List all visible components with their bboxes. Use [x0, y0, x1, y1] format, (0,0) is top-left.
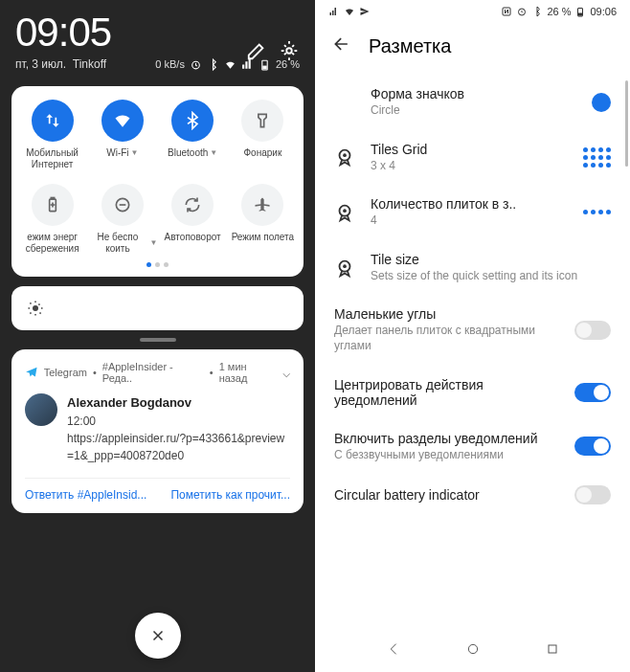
svg-point-15 [343, 209, 347, 213]
setting-small-corners[interactable]: Маленькие углы Делает панель плиток с кв… [315, 295, 630, 365]
wifi-icon [344, 6, 355, 17]
svg-rect-11 [579, 13, 582, 15]
navigation-bar [315, 630, 630, 672]
edit-icon[interactable] [246, 40, 267, 65]
status-clock: 09:06 [590, 6, 617, 17]
nav-home-button[interactable] [465, 641, 481, 661]
svg-point-17 [343, 264, 347, 268]
telegram-notification[interactable]: Telegram • #AppleInsider - Реда.. • 1 ми… [11, 349, 304, 513]
wifi-status-icon [224, 58, 236, 71]
carrier-label: Tinkoff [73, 57, 106, 71]
settings-screen: 26 % 09:06 Разметка Форма значков Circle… [315, 0, 630, 672]
qs-tile-bluetooth[interactable]: Bluetooth▼ [158, 100, 228, 170]
notification-msg-time: 12:00 [67, 413, 290, 430]
date-label: пт, 3 июл. [15, 57, 66, 71]
toggle[interactable] [574, 485, 611, 504]
badge-icon [334, 258, 355, 279]
data-rate: 0 kB/s [155, 58, 185, 70]
scrollbar[interactable] [625, 80, 628, 167]
signal-icon [328, 6, 340, 17]
brightness-card[interactable] [11, 286, 304, 330]
rotate-icon [183, 195, 202, 214]
gear-icon[interactable] [279, 40, 300, 65]
qs-tile-wifi[interactable]: Wi-Fi▼ [87, 100, 157, 170]
svg-point-7 [33, 305, 38, 311]
setting-tile-size[interactable]: Tile size Sets size of the quick setting… [315, 240, 630, 296]
grid-preview-icon [583, 147, 611, 168]
page-indicator [17, 262, 298, 267]
nfc-icon [501, 6, 512, 17]
qs-tile-flashlight[interactable]: Фонарик [228, 100, 298, 170]
alarm-icon [516, 6, 528, 17]
nav-recents-button[interactable] [545, 641, 560, 661]
airplane-icon [253, 195, 272, 214]
close-icon [149, 627, 167, 644]
bluetooth-icon [183, 111, 202, 130]
notification-time: 1 мин назад [219, 361, 277, 384]
chevron-down-icon: ▼ [150, 238, 158, 248]
chevron-down-icon[interactable]: ⌵ [282, 365, 290, 380]
toggle[interactable] [574, 437, 611, 456]
status-right: 26 % 09:06 [501, 6, 617, 17]
setting-center-actions[interactable]: Центрировать действия уведомлений [315, 366, 630, 419]
circle-preview-icon [592, 93, 611, 112]
quick-settings-panel: Мобильный Интернет Wi-Fi▼ Bluetooth▼ Фон… [11, 86, 304, 277]
svg-point-0 [286, 48, 292, 54]
svg-rect-5 [51, 198, 54, 200]
notification-body: https://appleinsider.ru/?p=433661&previe… [67, 430, 290, 464]
flashlight-icon [253, 111, 272, 130]
qs-tile-airplane[interactable]: Режим полета [228, 184, 298, 255]
status-left [328, 6, 371, 17]
battery-icon [574, 6, 586, 17]
chevron-down-icon: ▼ [131, 148, 139, 158]
notification-author: Alexander Bogdanov [67, 393, 290, 413]
notification-app: Telegram [44, 367, 87, 378]
dnd-icon [113, 195, 132, 214]
toggle[interactable] [574, 321, 611, 340]
qs-tile-battery-saver[interactable]: ежим энерг сбережения [17, 184, 87, 255]
badge-icon [334, 146, 355, 168]
close-button[interactable] [135, 613, 181, 659]
avatar [25, 393, 57, 426]
svg-rect-19 [549, 645, 556, 653]
setting-tiles-count[interactable]: Количество плиток в з.. 4 [315, 185, 630, 240]
send-icon [359, 6, 371, 17]
svg-rect-3 [263, 66, 266, 69]
drag-handle[interactable] [140, 338, 176, 342]
setting-tiles-grid[interactable]: Tiles Grid 3 x 4 [315, 130, 630, 186]
brightness-icon [27, 300, 44, 317]
bluetooth-icon [531, 6, 543, 17]
chevron-down-icon: ▼ [210, 148, 217, 158]
row-preview-icon [583, 210, 611, 214]
qs-tile-dnd[interactable]: Не беспо коить▼ [87, 184, 157, 255]
nav-back-button[interactable] [386, 641, 401, 661]
back-button[interactable] [332, 34, 351, 57]
toggle[interactable] [574, 383, 611, 402]
svg-point-18 [468, 644, 477, 653]
battery-icon [43, 195, 62, 214]
notification-shade: 09:05 пт, 3 июл. Tinkoff 0 kB/s 26 % [0, 0, 315, 672]
setting-enable-sections[interactable]: Включить разделы уведомлений С беззвучны… [315, 419, 630, 475]
telegram-icon [25, 366, 38, 379]
setting-circular-battery[interactable]: Circular battery indicator [315, 474, 630, 508]
swap-icon [43, 111, 62, 130]
settings-header: Разметка [315, 21, 630, 71]
qs-tile-autorotate[interactable]: Автоповорот [158, 184, 228, 255]
page-title: Разметка [369, 35, 451, 57]
wifi-icon [113, 111, 132, 130]
battery-percent: 26 % [547, 6, 571, 17]
setting-icon-shape[interactable]: Форма значков Circle [315, 75, 630, 130]
qs-tile-mobile-data[interactable]: Мобильный Интернет [17, 100, 87, 170]
badge-icon [334, 202, 355, 223]
svg-point-13 [343, 154, 347, 158]
notification-channel: #AppleInsider - Реда.. [102, 361, 204, 384]
mark-read-button[interactable]: Пометить как прочит... [170, 488, 290, 502]
bluetooth-status-icon [207, 58, 219, 71]
arrow-left-icon [332, 34, 351, 54]
alarm-icon [190, 58, 202, 71]
reply-button[interactable]: Ответить #AppleInsid... [25, 488, 146, 502]
settings-list[interactable]: Форма значков Circle Tiles Grid 3 x 4 Ко… [315, 71, 630, 630]
